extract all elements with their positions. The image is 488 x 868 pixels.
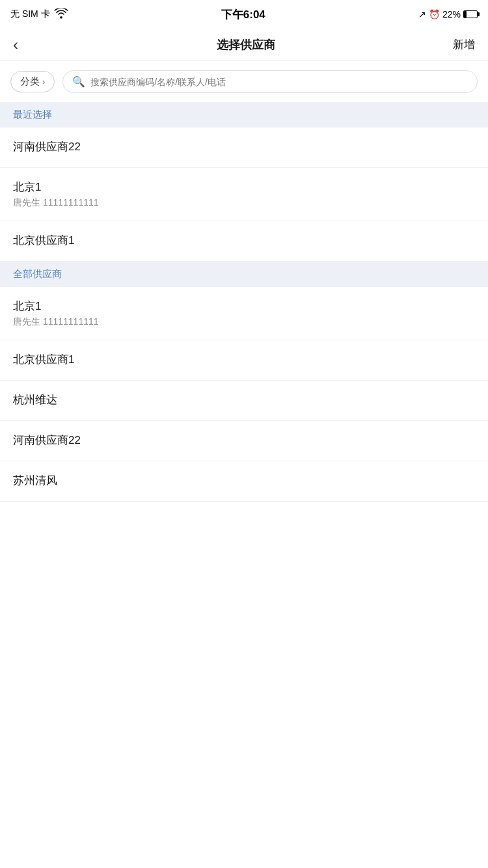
all-section-label: 全部供应商	[13, 268, 62, 279]
search-input[interactable]	[90, 77, 468, 87]
item-name: 河南供应商22	[13, 139, 475, 154]
page-title: 选择供应商	[217, 37, 275, 53]
list-item[interactable]: 苏州清风	[0, 461, 488, 502]
search-box[interactable]: 🔍	[62, 70, 478, 93]
all-items-list: 北京1唐先生 11111111111北京供应商1杭州维达河南供应商22苏州清风	[0, 287, 488, 502]
list-item[interactable]: 河南供应商22	[0, 421, 488, 461]
item-name: 苏州清风	[13, 473, 475, 488]
recent-section-label: 最近选择	[13, 109, 52, 120]
battery-icon	[463, 10, 478, 18]
status-left: 无 SIM 卡	[10, 8, 68, 21]
search-icon: 🔍	[72, 75, 85, 88]
item-name: 北京1	[13, 299, 475, 314]
category-label: 分类	[20, 75, 40, 88]
item-name: 北京供应商1	[13, 233, 475, 248]
list-item[interactable]: 北京1唐先生 11111111111	[0, 168, 488, 221]
item-name: 河南供应商22	[13, 433, 475, 448]
location-icon: ↗	[418, 9, 426, 20]
item-name: 杭州维达	[13, 392, 475, 407]
list-item[interactable]: 北京供应商1	[0, 340, 488, 381]
nav-bar: ‹ 选择供应商 新增	[0, 29, 488, 61]
alarm-icon: ⏰	[429, 9, 440, 20]
chevron-right-icon: ›	[42, 77, 45, 87]
item-name: 北京1	[13, 180, 475, 195]
status-right: ↗ ⏰ 22%	[418, 9, 478, 20]
recent-section-header: 最近选择	[0, 102, 488, 128]
wifi-icon	[54, 8, 68, 21]
status-time: 下午6:04	[221, 7, 265, 22]
add-button[interactable]: 新增	[453, 37, 475, 52]
all-section-header: 全部供应商	[0, 262, 488, 287]
sim-label: 无 SIM 卡	[10, 8, 50, 20]
back-button[interactable]: ‹	[13, 36, 39, 54]
list-item[interactable]: 河南供应商22	[0, 128, 488, 168]
category-filter[interactable]: 分类 ›	[10, 71, 55, 92]
status-bar: 无 SIM 卡 下午6:04 ↗ ⏰ 22%	[0, 0, 488, 29]
item-sub: 唐先生 11111111111	[13, 197, 475, 209]
item-name: 北京供应商1	[13, 352, 475, 367]
list-item[interactable]: 北京1唐先生 11111111111	[0, 287, 488, 340]
list-item[interactable]: 杭州维达	[0, 381, 488, 421]
filter-bar: 分类 › 🔍	[0, 61, 488, 102]
item-sub: 唐先生 11111111111	[13, 316, 475, 328]
recent-items-list: 河南供应商22北京1唐先生 11111111111北京供应商1	[0, 128, 488, 262]
battery-label: 22%	[442, 9, 461, 20]
list-item[interactable]: 北京供应商1	[0, 221, 488, 262]
